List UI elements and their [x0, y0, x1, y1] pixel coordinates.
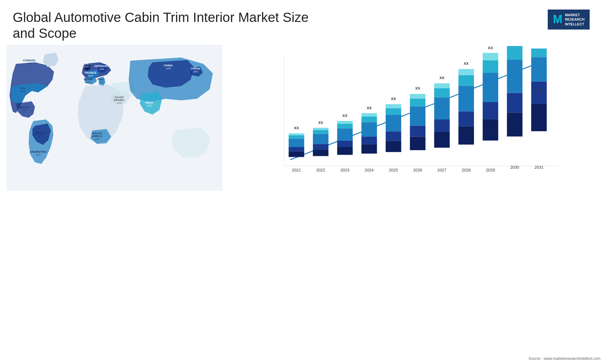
svg-rect-103: [507, 46, 523, 60]
svg-rect-93: [483, 119, 498, 141]
svg-text:XX: XX: [342, 113, 348, 118]
svg-rect-61: [362, 117, 377, 122]
svg-rect-108: [531, 49, 547, 57]
svg-rect-55: [337, 121, 353, 124]
svg-rect-40: [289, 135, 304, 139]
source-text: Source : www.marketresearchintellect.com: [528, 356, 600, 361]
svg-text:ARABIA: ARABIA: [114, 98, 125, 102]
svg-rect-65: [386, 141, 401, 152]
svg-rect-74: [410, 106, 425, 126]
svg-rect-86: [458, 126, 474, 145]
svg-text:xx%: xx%: [85, 81, 90, 84]
svg-rect-52: [337, 140, 353, 147]
svg-text:BRAZIL: BRAZIL: [36, 131, 46, 134]
svg-text:2029: 2029: [486, 168, 495, 172]
svg-rect-100: [507, 112, 523, 136]
svg-text:XX: XX: [488, 45, 493, 50]
svg-text:xx%: xx%: [166, 67, 171, 70]
bar-chart-section: XX 2021 XX 2022 XX 2023: [222, 45, 604, 364]
svg-text:xx%: xx%: [84, 65, 89, 68]
svg-text:AFRICA: AFRICA: [92, 135, 102, 138]
svg-text:INDIA: INDIA: [146, 101, 153, 104]
page-title: Global Automotive Cabin Trim Interior Ma…: [13, 10, 330, 42]
svg-text:xx%: xx%: [88, 74, 93, 77]
svg-rect-45: [313, 144, 329, 150]
logo: M MARKETRESEARCHINTELLECT: [540, 10, 597, 30]
svg-rect-94: [483, 102, 498, 119]
svg-text:xx%: xx%: [193, 70, 198, 73]
svg-text:XX: XX: [318, 120, 323, 124]
svg-rect-48: [313, 128, 329, 130]
svg-text:2027: 2027: [437, 168, 446, 172]
svg-rect-46: [313, 134, 329, 144]
svg-rect-82: [434, 88, 450, 97]
svg-text:CANADA: CANADA: [23, 59, 36, 62]
svg-text:xx%: xx%: [38, 134, 43, 137]
svg-rect-90: [458, 69, 474, 75]
svg-text:2025: 2025: [389, 168, 398, 172]
svg-rect-68: [386, 108, 401, 115]
svg-text:U.K.: U.K.: [84, 62, 89, 65]
logo-m-icon: M: [553, 13, 562, 26]
svg-rect-81: [434, 97, 450, 119]
svg-text:xx%: xx%: [20, 90, 25, 93]
svg-text:XX: XX: [439, 75, 444, 79]
svg-text:XX: XX: [415, 86, 420, 90]
svg-text:2031: 2031: [534, 165, 543, 169]
svg-text:2024: 2024: [365, 168, 374, 172]
svg-rect-101: [507, 93, 523, 112]
svg-text:U.S.: U.S.: [20, 87, 26, 90]
svg-rect-79: [434, 132, 450, 148]
svg-rect-72: [410, 137, 425, 150]
svg-rect-97: [483, 53, 498, 60]
svg-rect-76: [410, 94, 425, 98]
svg-rect-69: [386, 104, 401, 108]
svg-rect-41: [289, 133, 304, 135]
svg-text:ARGENTINA: ARGENTINA: [30, 150, 47, 153]
svg-text:XX: XX: [464, 61, 469, 65]
svg-rect-62: [362, 113, 377, 117]
svg-rect-38: [289, 147, 304, 152]
svg-text:2026: 2026: [413, 168, 422, 172]
svg-rect-80: [434, 119, 450, 132]
svg-rect-105: [531, 104, 547, 131]
svg-text:MEXICO: MEXICO: [18, 106, 30, 109]
svg-rect-60: [362, 122, 377, 136]
svg-rect-59: [362, 137, 377, 144]
svg-rect-51: [337, 147, 353, 155]
svg-rect-96: [483, 60, 498, 73]
svg-text:2030: 2030: [510, 165, 519, 169]
svg-rect-75: [410, 98, 425, 106]
svg-text:xx%: xx%: [117, 102, 121, 104]
svg-rect-37: [289, 151, 304, 157]
svg-text:xx%: xx%: [147, 104, 152, 107]
svg-rect-106: [531, 81, 547, 104]
svg-text:xx%: xx%: [21, 109, 26, 112]
svg-rect-102: [507, 60, 523, 93]
svg-rect-47: [313, 130, 329, 134]
svg-text:XX: XX: [391, 97, 396, 101]
svg-rect-83: [434, 83, 450, 88]
svg-rect-58: [362, 144, 377, 153]
logo-text: MARKETRESEARCHINTELLECT: [565, 13, 585, 26]
svg-text:2022: 2022: [316, 168, 325, 172]
svg-text:XX: XX: [367, 105, 372, 110]
svg-text:FRANCE: FRANCE: [85, 71, 97, 74]
svg-rect-88: [458, 86, 474, 111]
svg-text:2021: 2021: [292, 168, 301, 172]
svg-rect-39: [289, 138, 304, 147]
svg-rect-87: [458, 111, 474, 126]
svg-text:xx%: xx%: [94, 138, 99, 141]
svg-text:XX: XX: [537, 88, 542, 92]
svg-text:SPAIN: SPAIN: [84, 78, 92, 81]
svg-rect-67: [386, 115, 401, 131]
svg-text:xx%: xx%: [98, 81, 103, 84]
svg-text:xx%: xx%: [99, 68, 104, 71]
svg-rect-66: [386, 131, 401, 141]
svg-rect-89: [458, 75, 474, 86]
svg-text:XX: XX: [294, 126, 299, 130]
svg-rect-44: [313, 150, 329, 156]
svg-text:xx%: xx%: [27, 62, 31, 65]
svg-rect-73: [410, 125, 425, 137]
svg-rect-53: [337, 128, 353, 140]
